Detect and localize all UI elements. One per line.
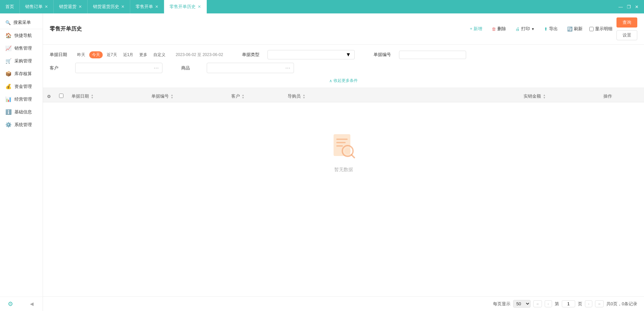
th-guide[interactable]: 导购员 ▲▼	[284, 91, 352, 102]
display-detail-input[interactable]	[589, 27, 594, 31]
customer-select[interactable]: ···	[75, 63, 162, 73]
tab-retail-close[interactable]: ✕	[155, 4, 158, 9]
next-page-btn[interactable]: ›	[585, 300, 592, 307]
add-button-label: + 新增	[470, 26, 482, 32]
th-checkbox[interactable]	[55, 91, 67, 102]
sidebar-item-quicknav[interactable]: 🏠 快捷导航	[0, 29, 43, 42]
search-icon: 🔍	[5, 20, 11, 25]
filter-row-2: 客户 ··· 商品 ···	[50, 63, 637, 73]
print-dropdown-icon: ▼	[531, 27, 535, 31]
page-header: 零售开单历史 + 新增 🗑 删除 🖨 打印 ▼ ⬆ 导出	[43, 13, 644, 45]
svg-rect-3	[336, 145, 343, 147]
delete-button-label: 删除	[497, 26, 506, 32]
tab-sales-order[interactable]: 销售订单 ✕	[20, 0, 54, 13]
th-amount[interactable]: 实销金额 ▲▼	[519, 91, 599, 102]
tab-sales-order-close[interactable]: ✕	[45, 4, 48, 9]
display-detail-label: 显示明细	[595, 26, 612, 32]
sidebar-search[interactable]: 🔍 搜索采单	[0, 16, 43, 29]
sidebar-item-basic-info[interactable]: ℹ️ 基础信息	[0, 106, 43, 118]
system-icon: ⚙️	[5, 122, 12, 128]
total-text: 共0页，0条记录	[606, 301, 637, 307]
tab-return-history[interactable]: 销货退货历史 ✕	[88, 0, 130, 13]
refresh-button[interactable]: 🔄 刷新	[564, 24, 585, 33]
page-suffix: 页	[578, 301, 582, 307]
th-order-no-label: 单据编号	[151, 94, 169, 99]
th-guide-label: 导购员	[288, 94, 301, 99]
export-button[interactable]: ⬆ 导出	[541, 24, 560, 33]
window-controls: — ❐ ✕	[618, 4, 644, 9]
svg-rect-1	[336, 139, 348, 140]
date-btn-more[interactable]: 更多	[137, 51, 149, 58]
export-button-label: 导出	[549, 26, 558, 32]
page-number-input[interactable]	[562, 300, 575, 307]
print-button[interactable]: 🖨 打印 ▼	[513, 24, 537, 33]
tab-home-label: 首页	[5, 4, 14, 10]
select-all-checkbox[interactable]	[59, 94, 63, 98]
order-type-select[interactable]: ▼	[267, 50, 355, 59]
filter-area: 单据日期 昨天 今天 近7天 近1月 更多 自定义 2023-06-02 至 2…	[43, 45, 644, 88]
column-settings-icon[interactable]: ⚙	[47, 94, 51, 99]
sidebar-item-finance[interactable]: 💰 资金管理	[0, 80, 43, 93]
tab-return-history-close[interactable]: ✕	[121, 4, 125, 9]
delete-button[interactable]: 🗑 删除	[489, 24, 509, 33]
date-btn-custom[interactable]: 自定义	[151, 51, 167, 58]
sidebar-item-purchase[interactable]: 🛒 采购管理	[0, 55, 43, 67]
sidebar-gear-btn[interactable]: ⚙	[8, 300, 13, 308]
order-no-input[interactable]	[399, 51, 466, 59]
print-button-label: 打印	[521, 26, 530, 32]
top-bar: 首页 销售订单 ✕ 销货退货 ✕ 销货退货历史 ✕ 零售开单 ✕ 零售开单历史 …	[0, 0, 644, 13]
sales-icon: 📈	[5, 45, 12, 51]
goods-label: 商品	[181, 65, 201, 71]
last-page-btn[interactable]: »	[595, 300, 603, 307]
sidebar-item-quicknav-label: 快捷导航	[14, 33, 32, 39]
th-order-no[interactable]: 单据编号 ▲▼	[147, 91, 227, 102]
tab-retail[interactable]: 零售开单 ✕	[130, 0, 164, 13]
th-action: 操作	[599, 91, 644, 102]
prev-page-btn[interactable]: ‹	[545, 300, 552, 307]
sidebar-item-sales-label: 销售管理	[14, 45, 32, 51]
date-range-display: 2023-06-02 至 2023-06-02	[176, 52, 223, 58]
tab-return-close[interactable]: ✕	[79, 4, 82, 9]
per-page-select[interactable]: 50 100 200	[513, 300, 531, 308]
sidebar: 🔍 搜索采单 🏠 快捷导航 📈 销售管理 🛒 采购管理 📦 库存核算 💰 资金管…	[0, 13, 43, 311]
goods-select[interactable]: ···	[207, 63, 294, 73]
th-settings[interactable]: ⚙	[43, 91, 55, 102]
th-date[interactable]: 单据日期 ▲▼	[67, 91, 147, 102]
date-sort-arrows: ▲▼	[91, 94, 94, 99]
sidebar-item-inventory-label: 库存核算	[14, 71, 32, 77]
close-btn[interactable]: ✕	[635, 4, 639, 9]
sidebar-item-operations[interactable]: 📊 经营管理	[0, 93, 43, 106]
date-btn-today[interactable]: 今天	[89, 51, 103, 58]
tab-retail-history-close[interactable]: ✕	[198, 4, 201, 9]
display-detail-checkbox[interactable]: 显示明细	[589, 26, 612, 32]
setting-button[interactable]: 设置	[616, 30, 637, 40]
date-btn-7days[interactable]: 近7天	[105, 51, 119, 58]
collapse-bar[interactable]: ∧ 收起更多条件	[50, 76, 637, 85]
sidebar-item-system[interactable]: ⚙️ 系统管理	[0, 118, 43, 131]
sidebar-item-inventory[interactable]: 📦 库存核算	[0, 67, 43, 80]
date-btn-yesterday[interactable]: 昨天	[75, 51, 87, 58]
table-container: ⚙ 单据日期 ▲▼ 单据编号 ▲▼	[43, 91, 644, 296]
sidebar-collapse-btn[interactable]: ◄	[29, 301, 35, 308]
query-button[interactable]: 查询	[616, 17, 637, 28]
inventory-icon: 📦	[5, 71, 12, 77]
tab-home[interactable]: 首页	[0, 0, 20, 13]
customer-label: 客户	[50, 65, 70, 71]
page-title: 零售开单历史	[50, 25, 82, 33]
first-page-btn[interactable]: «	[533, 300, 542, 307]
tab-return[interactable]: 销货退货 ✕	[54, 0, 88, 13]
sidebar-item-sales[interactable]: 📈 销售管理	[0, 42, 43, 55]
order-type-label: 单据类型	[242, 52, 262, 58]
main-layout: 🔍 搜索采单 🏠 快捷导航 📈 销售管理 🛒 采购管理 📦 库存核算 💰 资金管…	[0, 13, 644, 311]
customer-dots[interactable]: ···	[154, 64, 159, 71]
th-customer[interactable]: 客户 ▲▼	[227, 91, 284, 102]
add-button[interactable]: + 新增	[467, 24, 485, 33]
restore-btn[interactable]: ❐	[627, 4, 631, 9]
date-btn-1month[interactable]: 近1月	[121, 51, 136, 58]
goods-dots[interactable]: ···	[285, 64, 290, 71]
tab-retail-history[interactable]: 零售开单历史 ✕	[164, 0, 207, 13]
minimize-btn[interactable]: —	[618, 4, 623, 9]
amount-sort-arrows: ▲▼	[543, 94, 546, 99]
customer-sort-arrows: ▲▼	[242, 94, 244, 99]
refresh-button-label: 刷新	[574, 26, 583, 32]
